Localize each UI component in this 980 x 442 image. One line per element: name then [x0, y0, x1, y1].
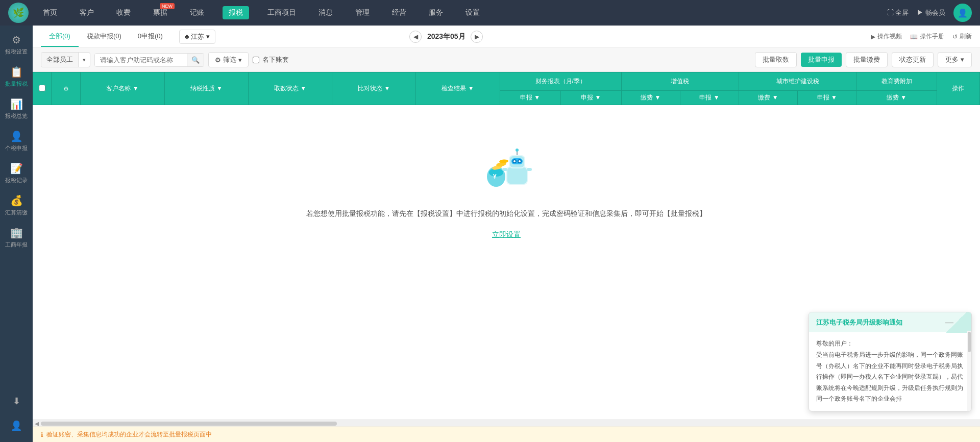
notification-content: 受当前电子税务局进一步升级的影响，同一个政务网账号（办税人）名下的企业不能再同时… [816, 350, 964, 405]
th-vat-declare[interactable]: 申报 ▼ [560, 91, 621, 105]
th-compare-status[interactable]: 比对状态 ▼ [332, 72, 416, 105]
search-input[interactable] [95, 54, 187, 66]
nav-item-service[interactable]: 服务 [425, 6, 447, 19]
top-navigation: 🌿 首页 客户 收费 票据 NEW 记账 报税 工商项目 消息 管理 经营 服务… [0, 0, 980, 26]
sidebar: ⚙ 报税设置 📋 批量报税 📊 报税总览 👤 个税申报 📝 报税记录 💰 汇算清… [0, 26, 33, 442]
th-edu-declare[interactable]: 申报 ▼ [798, 91, 856, 105]
th-operation: 操作 [937, 72, 979, 105]
nav-items: 首页 客户 收费 票据 NEW 记账 报税 工商项目 消息 管理 经营 服务 设… [39, 6, 887, 19]
sidebar-item-tax-overview[interactable]: 📊 报税总览 [2, 94, 31, 124]
sidebar-download-btn[interactable]: ⬇ [6, 391, 27, 411]
nav-item-accounting[interactable]: 记账 [186, 6, 208, 19]
refresh-icon: ↺ [952, 33, 958, 40]
sidebar-label-tax-record: 报税记录 [5, 177, 28, 184]
th-vat: 增值税 [621, 72, 739, 91]
sidebar-item-annual-report[interactable]: 🏢 工商年报 [2, 223, 31, 253]
employee-select-arrow[interactable]: ▾ [79, 54, 90, 66]
nav-item-manage[interactable]: 管理 [351, 6, 374, 19]
month-navigation: ◀ 2023年05月 ▶ [409, 31, 483, 43]
setup-link[interactable]: 立即设置 [492, 230, 521, 239]
th-city-pay[interactable]: 缴费 ▼ [739, 91, 798, 105]
notification-panel: 江苏电子税务局升级影响通知 — ✕ 尊敬的用户： 受当前电子税务局进一步升级的影… [808, 312, 972, 411]
nav-item-fee[interactable]: 收费 [112, 6, 135, 19]
batch-fetch-btn[interactable]: 批量取数 [755, 52, 797, 67]
sidebar-label-tax-settings: 报税设置 [5, 48, 28, 56]
nav-item-invoice[interactable]: 票据 NEW [149, 6, 172, 19]
sidebar-item-tax-settings[interactable]: ⚙ 报税设置 [2, 30, 31, 60]
filter-label: 筛选 [223, 55, 236, 64]
month-prev-btn[interactable]: ◀ [409, 31, 422, 43]
tab-tax-declare[interactable]: 税款申报(0) [79, 27, 130, 47]
search-btn[interactable]: 🔍 [187, 54, 204, 66]
select-all-checkbox[interactable] [39, 85, 45, 91]
batch-pay-btn[interactable]: 批量缴费 [846, 52, 888, 67]
th-customer-name[interactable]: 客户名称 ▼ [81, 72, 164, 105]
sidebar-user-btn[interactable]: 👤 [6, 415, 27, 436]
batch-declare-btn[interactable]: 批量申报 [801, 53, 842, 67]
nav-item-operation[interactable]: 经营 [388, 6, 410, 19]
th-fetch-status[interactable]: 取数状态 ▼ [248, 72, 332, 105]
svg-rect-7 [507, 167, 527, 184]
sidebar-label-batch-tax: 批量报税 [5, 80, 28, 88]
annual-report-icon: 🏢 [10, 227, 23, 239]
operation-video-btn[interactable]: ▶ 操作视频 [871, 32, 902, 41]
horizontal-scrollbar[interactable]: ◂ [33, 420, 980, 427]
th-edu-pay[interactable]: 缴费 ▼ [856, 91, 937, 105]
notice-icon: ℹ [41, 431, 43, 438]
filter-icon: ⚙ [215, 56, 221, 64]
month-next-btn[interactable]: ▶ [471, 31, 483, 43]
operation-manual-btn[interactable]: 📖 操作手册 [910, 32, 944, 41]
tabs-left: 全部(0) 税款申报(0) 0申报(0) ♣ 江苏 ▾ [41, 27, 215, 47]
sub-account-checkbox[interactable] [253, 57, 259, 63]
fullscreen-btn[interactable]: ⛶ 全屏 [887, 8, 909, 17]
svg-point-16 [516, 149, 519, 152]
bottom-notice: ℹ 验证账密、采集信息均成功的企业才会流转至批量报税页面中 [33, 427, 980, 442]
nav-item-tax[interactable]: 报税 [223, 6, 249, 19]
vip-btn[interactable]: ▶ 畅会员 [917, 8, 945, 17]
employee-select-label: 全部员工 [41, 53, 79, 67]
notification-close-btn[interactable]: ✕ [958, 317, 964, 327]
province-selector[interactable]: ♣ 江苏 ▾ [179, 30, 216, 44]
province-label: 江苏 [191, 32, 204, 41]
th-city-declare[interactable]: 申报 ▼ [680, 91, 739, 105]
user-avatar[interactable]: 👤 [953, 4, 972, 22]
notification-header: 江苏电子税务局升级影响通知 — ✕ [809, 312, 971, 332]
manual-icon: 📖 [910, 33, 918, 40]
app-logo[interactable]: 🌿 [8, 3, 29, 23]
data-table: ⚙ 客户名称 ▼ 纳税性质 ▼ 取数状态 ▼ 比对状态 ▼ 检查结果 ▼ 财务报… [33, 72, 980, 270]
sidebar-item-settlement[interactable]: 💰 汇算清缴 [2, 190, 31, 220]
settlement-icon: 💰 [10, 194, 23, 207]
nav-item-business[interactable]: 工商项目 [263, 6, 300, 19]
th-tax-nature[interactable]: 纳税性质 ▼ [164, 72, 248, 105]
new-badge: NEW [160, 3, 175, 9]
notification-title: 江苏电子税务局升级影响通知 [816, 318, 902, 327]
nav-item-home[interactable]: 首页 [39, 6, 61, 19]
province-icon: ♣ [185, 33, 189, 40]
svg-point-13 [513, 160, 516, 162]
th-checkbox[interactable] [33, 72, 52, 105]
sidebar-item-tax-record[interactable]: 📝 报税记录 [2, 158, 31, 188]
th-vat-pay[interactable]: 缴费 ▼ [621, 91, 680, 105]
checkbox-label[interactable]: 名下账套 [253, 55, 289, 64]
nav-item-message[interactable]: 消息 [314, 6, 337, 19]
notification-scrollbar[interactable] [967, 331, 971, 411]
more-btn[interactable]: 更多 ▾ [938, 52, 972, 67]
th-check-result[interactable]: 检查结果 ▼ [416, 72, 500, 105]
sidebar-item-batch-tax[interactable]: 📋 批量报税 [2, 62, 31, 92]
nav-item-settings[interactable]: 设置 [461, 6, 484, 19]
empty-state: ¥ [33, 105, 980, 270]
tab-all[interactable]: 全部(0) [41, 27, 79, 47]
sidebar-item-personal-tax[interactable]: 👤 个税申报 [2, 126, 31, 156]
checkbox-text: 名下账套 [262, 55, 289, 64]
scrollbar-thumb[interactable] [41, 422, 337, 426]
notification-minimize-btn[interactable]: — [945, 318, 953, 327]
employee-select[interactable]: 全部员工 ▾ [41, 52, 90, 67]
th-financial-declare[interactable]: 申报 ▼ [500, 91, 560, 105]
nav-item-customer[interactable]: 客户 [76, 6, 98, 19]
th-city-construction-tax: 城市维护建设税 [739, 72, 856, 91]
filter-btn[interactable]: ⚙ 筛选 ▾ [208, 52, 249, 67]
refresh-btn[interactable]: ↺ 刷新 [952, 32, 972, 41]
notification-scrollbar-thumb [968, 332, 971, 352]
tab-zero-declare[interactable]: 0申报(0) [130, 27, 171, 47]
status-update-btn[interactable]: 状态更新 [892, 52, 934, 67]
